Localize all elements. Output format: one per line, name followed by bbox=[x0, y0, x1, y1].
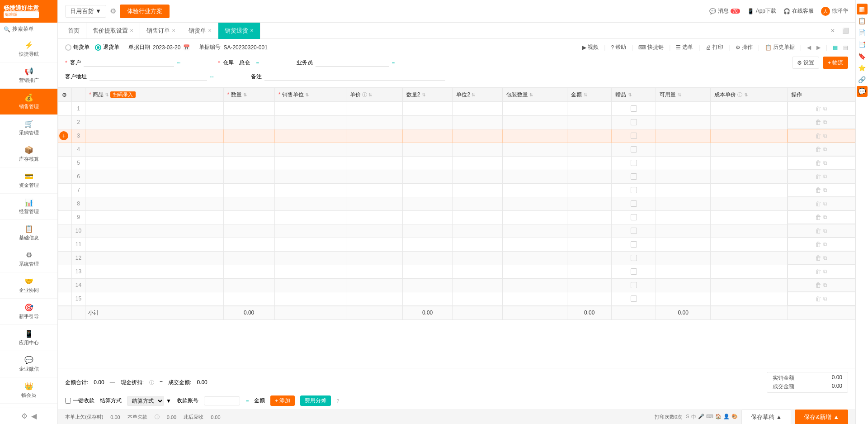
sidebar-item-guide[interactable]: 🎯 新手引导 bbox=[0, 299, 57, 325]
delete-row-btn[interactable]: 🗑 bbox=[815, 227, 821, 234]
pkg-qty-cell[interactable] bbox=[503, 170, 567, 183]
pkg-qty-cell[interactable] bbox=[503, 224, 567, 238]
right-panel-btn-6[interactable]: ⭐ bbox=[857, 62, 868, 73]
unit-price-cell[interactable] bbox=[346, 156, 402, 170]
delete-row-btn[interactable]: 🗑 bbox=[815, 200, 821, 207]
maximize-btn[interactable]: ⬜ bbox=[840, 27, 852, 35]
sort-icon[interactable]: ⇅ bbox=[584, 92, 587, 97]
product-cell[interactable] bbox=[85, 170, 224, 183]
sidebar-settings-icon[interactable]: ⚙ bbox=[21, 412, 28, 420]
user-menu[interactable]: 人 徐泽华 bbox=[821, 7, 848, 16]
unit-price-cell[interactable] bbox=[346, 183, 402, 197]
amount-cell[interactable] bbox=[567, 170, 612, 183]
th-cost-price[interactable]: 成本单价 ⓘ ⇅ bbox=[711, 88, 788, 102]
sort-icon[interactable]: ⇅ bbox=[105, 92, 108, 97]
online-service-btn[interactable]: 🎧 在线客服 bbox=[783, 7, 814, 15]
product-cell[interactable] bbox=[85, 265, 224, 278]
th-pkg-qty[interactable]: 包装数量 ⇅ bbox=[503, 88, 567, 102]
qty2-cell[interactable] bbox=[402, 265, 453, 278]
calendar-icon[interactable]: 📅 bbox=[183, 44, 190, 51]
qty2-cell[interactable] bbox=[402, 278, 453, 292]
gift-checkbox[interactable] bbox=[631, 214, 637, 220]
sidebar-item-marketing[interactable]: 📢 营销推广 bbox=[0, 62, 57, 89]
qty-cell[interactable] bbox=[223, 278, 274, 292]
pkg-qty-cell[interactable] bbox=[503, 278, 567, 292]
qty2-cell[interactable] bbox=[402, 102, 453, 116]
gift-checkbox[interactable] bbox=[631, 228, 637, 234]
unit2-cell[interactable] bbox=[453, 265, 503, 278]
delete-row-btn[interactable]: 🗑 bbox=[815, 214, 821, 221]
delete-row-btn[interactable]: 🗑 bbox=[815, 132, 821, 139]
th-sale-unit[interactable]: * 销售单位 ⇅ bbox=[274, 88, 346, 102]
tab-sales[interactable]: 销货单 ✕ bbox=[182, 23, 218, 39]
product-cell[interactable] bbox=[85, 143, 224, 156]
available-cell[interactable] bbox=[656, 129, 711, 143]
sidebar-item-sales[interactable]: 💰 销售管理 bbox=[0, 89, 57, 115]
sale-unit-cell[interactable] bbox=[274, 129, 346, 143]
copy-row-btn[interactable]: ⧉ bbox=[823, 282, 827, 288]
gift-checkbox[interactable] bbox=[631, 282, 637, 288]
th-qty2[interactable]: 数量2 ⇅ bbox=[402, 88, 453, 102]
qty2-cell[interactable] bbox=[402, 210, 453, 224]
right-panel-btn-5[interactable]: 🔖 bbox=[857, 51, 868, 62]
sale-unit-cell[interactable] bbox=[274, 115, 346, 129]
unit2-cell[interactable] bbox=[453, 251, 503, 265]
sale-unit-cell[interactable] bbox=[274, 156, 346, 170]
address-select-btn[interactable]: ··· bbox=[210, 73, 213, 81]
copy-row-btn[interactable]: ⧉ bbox=[823, 187, 827, 193]
qty2-cell[interactable] bbox=[402, 156, 453, 170]
sidebar-item-finance[interactable]: 💳 资金管理 bbox=[0, 167, 57, 194]
gift-checkbox[interactable] bbox=[631, 295, 637, 302]
amount-cell[interactable] bbox=[567, 224, 612, 238]
message-btn[interactable]: 💬 消息 70 bbox=[709, 7, 740, 15]
cost-price-cell[interactable] bbox=[711, 143, 788, 156]
amount-cell[interactable] bbox=[567, 143, 612, 156]
unit2-cell[interactable] bbox=[453, 156, 503, 170]
tab-close-icon[interactable]: ✕ bbox=[172, 28, 175, 33]
pkg-qty-cell[interactable] bbox=[503, 143, 567, 156]
unit2-cell[interactable] bbox=[453, 115, 503, 129]
sidebar-item-system[interactable]: ⚙ 系统管理 bbox=[0, 246, 57, 272]
unit2-cell[interactable] bbox=[453, 143, 503, 156]
sale-unit-cell[interactable] bbox=[274, 102, 346, 116]
amount-cell[interactable] bbox=[567, 115, 612, 129]
pkg-qty-cell[interactable] bbox=[503, 197, 567, 210]
toolbar-history[interactable]: 📋 历史单据 bbox=[765, 43, 795, 51]
qty-cell[interactable] bbox=[223, 265, 274, 278]
amount-cell[interactable] bbox=[567, 292, 612, 306]
sidebar-item-inventory[interactable]: 📦 库存核算 bbox=[0, 141, 57, 167]
right-panel-btn-3[interactable]: 📄 bbox=[857, 27, 868, 38]
sidebar-item-member[interactable]: 👑 畅会员 bbox=[0, 377, 57, 404]
staff-select-btn[interactable]: ··· bbox=[392, 59, 395, 67]
save-draft-btn[interactable]: 保存草稿 ▲ bbox=[741, 409, 792, 424]
qty2-cell[interactable] bbox=[402, 238, 453, 251]
toolbar-select[interactable]: ☰ 选单 bbox=[676, 43, 693, 51]
unit-price-cell[interactable] bbox=[346, 115, 402, 129]
sale-unit-cell[interactable] bbox=[274, 210, 346, 224]
qty-cell[interactable] bbox=[223, 292, 274, 306]
gift-checkbox[interactable] bbox=[631, 160, 637, 166]
copy-row-btn[interactable]: ⧉ bbox=[823, 214, 827, 220]
gift-checkbox[interactable] bbox=[631, 255, 637, 261]
pkg-qty-cell[interactable] bbox=[503, 129, 567, 143]
sidebar-item-purchase[interactable]: 🛒 采购管理 bbox=[0, 115, 57, 141]
close-tab-btn[interactable]: ✕ bbox=[828, 27, 838, 35]
pkg-qty-cell[interactable] bbox=[503, 265, 567, 278]
pkg-qty-cell[interactable] bbox=[503, 292, 567, 306]
sidebar-collapse-icon[interactable]: ◀ bbox=[31, 412, 37, 420]
unit2-cell[interactable] bbox=[453, 224, 503, 238]
pkg-qty-cell[interactable] bbox=[503, 238, 567, 251]
sort-icon[interactable]: ⇅ bbox=[744, 92, 748, 97]
cost-price-cell[interactable] bbox=[711, 102, 788, 116]
copy-row-btn[interactable]: ⧉ bbox=[823, 241, 827, 248]
available-cell[interactable] bbox=[656, 102, 711, 116]
sale-unit-cell[interactable] bbox=[274, 170, 346, 183]
unit-price-cell[interactable] bbox=[346, 238, 402, 251]
th-available[interactable]: 可用量 ⇅ bbox=[656, 88, 711, 102]
sort-icon[interactable]: ⇅ bbox=[243, 92, 247, 97]
account-input[interactable] bbox=[204, 396, 240, 405]
toolbar-video[interactable]: ▶ 视频 bbox=[582, 43, 599, 51]
pkg-qty-cell[interactable] bbox=[503, 210, 567, 224]
tab-sales-order[interactable]: 销售订单 ✕ bbox=[140, 23, 182, 39]
right-panel-btn-2[interactable]: 📋 bbox=[857, 15, 868, 26]
